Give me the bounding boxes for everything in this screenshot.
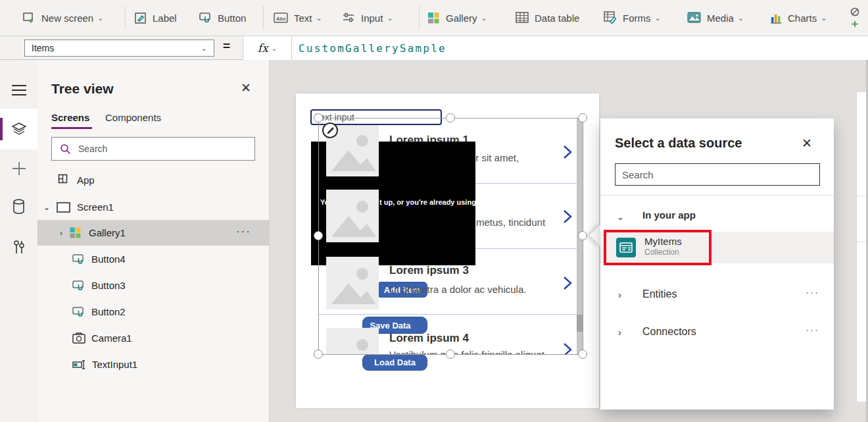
charts-icon <box>770 12 782 24</box>
label-label: Label <box>153 13 177 24</box>
gallery-scrollbar-thumb[interactable] <box>577 315 583 332</box>
tree-item-gallery1-selected[interactable]: › Gallery1 ··· <box>37 220 270 246</box>
toolbar-overflow-partial[interactable] <box>850 0 860 36</box>
app-icon <box>58 174 70 186</box>
formula-bar: Items ⌄ = fx ⌄ CustomGallerySample <box>0 36 868 60</box>
gallery-item-subtitle: metus, tincidunt <box>476 217 545 228</box>
media-menu[interactable]: Media ⌄ <box>687 0 744 36</box>
fx-dropdown[interactable]: fx ⌄ <box>243 36 292 60</box>
data-source-item-myitems[interactable]: MyItems Collection <box>600 232 834 263</box>
resize-handle-bottom-center[interactable] <box>446 350 455 359</box>
panel-divider <box>600 195 834 196</box>
resize-handle-middle-left[interactable] <box>314 231 323 240</box>
chevron-right-icon[interactable] <box>562 342 573 354</box>
text-label: Text <box>294 13 312 24</box>
pane-divider <box>857 242 867 242</box>
insert-button[interactable] <box>0 154 37 183</box>
tree-view-panel: Tree view ✕ Screens Components App ⌄ Scr… <box>37 60 270 422</box>
screen-icon <box>57 202 70 213</box>
load-data-button[interactable]: Load Data <box>362 354 427 371</box>
more-actions-button[interactable]: ··· <box>236 225 251 238</box>
resize-handle-top-right[interactable] <box>578 113 587 122</box>
tree-item-screen1[interactable]: ⌄ Screen1 <box>37 194 270 220</box>
tab-screens[interactable]: Screens <box>51 112 89 123</box>
tree-item-label: Camera1 <box>91 332 132 344</box>
resize-handle-bottom-right[interactable] <box>578 350 587 359</box>
tree-item-label: App <box>77 174 95 186</box>
chevron-right-icon[interactable] <box>562 144 573 160</box>
section-connectors[interactable]: › Connectors ··· <box>600 319 834 349</box>
resize-handle-top-center[interactable] <box>446 113 455 122</box>
data-sources-button[interactable] <box>0 192 37 221</box>
camera-icon <box>72 332 85 344</box>
chevron-right-icon: › <box>618 289 621 300</box>
property-dropdown[interactable]: Items ⌄ <box>24 40 214 57</box>
tree-view-close-button[interactable]: ✕ <box>241 82 251 94</box>
button-button[interactable]: Button <box>199 0 246 36</box>
pane-divider <box>857 196 867 196</box>
svg-text:Abc: Abc <box>276 16 287 22</box>
tab-components[interactable]: Components <box>105 112 161 123</box>
chevron-right-icon[interactable] <box>562 209 573 224</box>
active-tab-underline <box>51 127 92 129</box>
tree-search-input[interactable] <box>78 138 249 160</box>
tree-item-app[interactable]: App <box>37 167 270 193</box>
button-control-icon <box>72 306 85 318</box>
tree-item-button3[interactable]: Button3 <box>37 273 270 298</box>
layers-icon <box>11 122 27 138</box>
section-in-your-app[interactable]: ⌄ In your app <box>600 198 834 230</box>
toolbar-divider <box>125 6 126 30</box>
section-entities[interactable]: › Entities ··· <box>600 281 834 311</box>
tree-item-button4[interactable]: Button4 <box>37 246 270 272</box>
charts-menu[interactable]: Charts ⌄ <box>770 0 827 36</box>
text-icon: Abc <box>274 12 288 24</box>
tree-view-button[interactable] <box>0 115 37 144</box>
forms-menu[interactable]: Forms ⌄ <box>604 0 661 36</box>
chevron-right-icon[interactable] <box>562 275 573 291</box>
collection-icon <box>616 238 636 257</box>
tree-item-textinput1[interactable]: TextInput1 <box>37 352 270 377</box>
tree-item-camera1[interactable]: Camera1 <box>37 325 270 351</box>
panel-close-button[interactable]: ✕ <box>802 137 812 149</box>
gallery-item-subtitle: Ut pharetra a dolor ac vehicula. <box>389 284 526 295</box>
resize-handle-top-left[interactable] <box>314 113 323 122</box>
edit-gallery-button[interactable] <box>322 122 338 138</box>
data-source-panel: Select a data source ✕ ⌄ In your app MyI… <box>600 119 834 409</box>
label-button[interactable]: Label <box>134 0 177 36</box>
charts-label: Charts <box>788 13 817 24</box>
data-source-search-input[interactable] <box>615 164 819 185</box>
circle-slash-plus-icon <box>850 7 860 29</box>
input-menu[interactable]: Input ⌄ <box>342 0 393 36</box>
gallery-row-divider <box>318 314 583 315</box>
tree-item-button2[interactable]: Button2 <box>37 299 270 325</box>
resize-handle-bottom-left[interactable] <box>314 350 323 359</box>
advanced-tools-button[interactable] <box>0 233 37 262</box>
new-screen-label: New screen <box>41 13 93 24</box>
save-data-button[interactable]: Save Data <box>362 317 427 334</box>
input-label: Input <box>361 13 383 24</box>
gallery-menu[interactable]: Gallery ⌄ <box>427 0 487 36</box>
property-value: Items <box>32 43 54 53</box>
formula-text: CustomGallerySample <box>299 42 446 55</box>
gallery-item-title: Lorem ipsum 3 <box>389 264 469 277</box>
chevron-down-icon: ⌄ <box>43 203 50 212</box>
tools-icon <box>12 240 26 255</box>
hamburger-menu-button[interactable] <box>0 76 37 105</box>
text-menu[interactable]: Abc Text ⌄ <box>274 0 322 36</box>
button-label: Button <box>218 13 246 24</box>
camera-control-error[interactable]: Yo t up, or you're already using it. <box>311 142 475 265</box>
chevron-down-icon: ⌄ <box>738 14 744 22</box>
formula-input[interactable]: CustomGallerySample <box>292 36 868 60</box>
pencil-icon <box>326 126 335 135</box>
data-source-name: MyItems <box>644 236 682 247</box>
data-table-button[interactable]: Data table <box>516 0 579 36</box>
more-actions-button[interactable]: ··· <box>806 324 819 335</box>
section-label: Connectors <box>642 326 696 338</box>
forms-icon <box>604 11 617 24</box>
insert-toolbar: New screen ⌄ Label Button Abc Text ⌄ <box>0 0 868 36</box>
new-screen-button[interactable]: New screen ⌄ <box>22 0 103 36</box>
gallery-label: Gallery <box>446 13 477 24</box>
search-icon <box>60 144 71 155</box>
resize-handle-middle-right[interactable] <box>578 231 587 240</box>
more-actions-button[interactable]: ··· <box>806 286 819 298</box>
